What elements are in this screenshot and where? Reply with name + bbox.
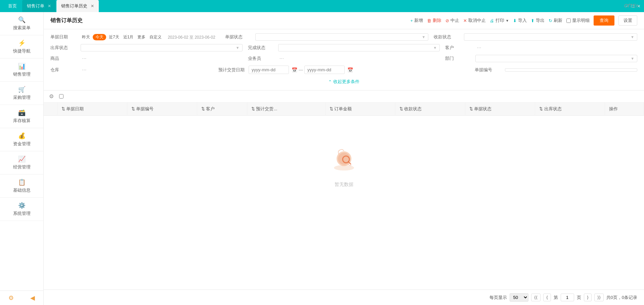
sidebar-item-system-mgmt[interactable]: ⚙️ 系统管理	[0, 198, 43, 221]
th-amount[interactable]: ⇅ 订单金额	[325, 103, 395, 116]
th-delivery-status[interactable]: ⇅ 出库状态	[535, 103, 605, 116]
th-date[interactable]: ⇅ 单据日期	[57, 103, 127, 116]
sidebar-item-sales-mgmt[interactable]: 📊 销售管理	[0, 59, 43, 82]
stop-button[interactable]: ⊘ 中止	[445, 17, 459, 24]
sidebar-item-inventory-calc[interactable]: 🗃️ 库存核算	[0, 105, 43, 128]
sales-order-tab-close[interactable]: ✕	[48, 4, 51, 8]
page-input[interactable]	[561, 294, 574, 301]
page-word-label: 第	[554, 295, 558, 301]
print-arrow-icon: ▼	[506, 19, 509, 23]
cancel-stop-button[interactable]: ✕ 取消中止	[463, 17, 486, 24]
delete-button[interactable]: 🗑 删除	[427, 17, 441, 24]
import-button[interactable]: ⬇ 导入	[513, 17, 527, 24]
order-status-select[interactable]: ▼	[255, 33, 429, 41]
more-btn[interactable]: 更多	[136, 34, 147, 40]
tab-sales-order[interactable]: 销售订单 ✕	[22, 0, 56, 12]
dept-select[interactable]: ▼	[475, 55, 637, 62]
select-all-checkbox[interactable]	[59, 94, 63, 99]
empty-state-icon	[327, 143, 361, 176]
filter-row-1: 单据日期 昨天 今天 近7天 近1月 更多 自定义 2023-06-02 至 2…	[50, 33, 637, 41]
th-delivery-date[interactable]: ⇅ 预计交货...	[247, 103, 325, 116]
table-header-row: ⇅ 单据日期 ⇅ 单据编号 ⇅ 客户 ⇅ 预计交货... ⇅ 订单金额	[44, 103, 644, 116]
sales-order-history-tab-close[interactable]: ✕	[91, 4, 94, 8]
last7-btn[interactable]: 近7天	[108, 34, 121, 40]
finance-mgmt-icon: 💰	[18, 132, 26, 140]
date-filter-label: 单据日期	[50, 34, 81, 40]
finance-mgmt-label: 资金管理	[13, 141, 31, 147]
th-payment-status[interactable]: ⇅ 收款状态	[395, 103, 465, 116]
custom-btn[interactable]: 自定义	[148, 34, 163, 40]
payment-status-select[interactable]: ▼	[464, 33, 637, 41]
query-button[interactable]: 查询	[594, 15, 614, 26]
product-select-dots[interactable]: ···	[81, 55, 88, 62]
dept-filter-label: 部门	[445, 55, 475, 62]
table-settings-icon[interactable]: ⚙	[49, 93, 54, 100]
payment-status-arrow-icon: ▼	[631, 35, 634, 39]
refresh-button[interactable]: ↻ 刷新	[549, 17, 562, 24]
date-range-text: 2023-06-02 至 2023-06-02	[168, 35, 215, 40]
delivery-status-select[interactable]: ▼	[81, 44, 243, 51]
export-icon: ⬆	[531, 18, 534, 23]
order-status-label: 单据状态	[225, 34, 255, 40]
total-info: 共0页，0条记录	[606, 295, 637, 301]
yesterday-btn[interactable]: 昨天	[81, 34, 91, 40]
warehouse-filter-label: 仓库	[50, 67, 81, 73]
th-order-status[interactable]: ⇅ 单据状态	[465, 103, 535, 116]
collapse-label: 收起更多条件	[333, 79, 359, 85]
th-order-status-label: ⇅ 单据状态	[469, 106, 492, 111]
print-icon: 🖨	[490, 18, 494, 23]
th-date-label: ⇅ 单据日期	[61, 106, 84, 111]
date-filter-value: 昨天 今天 近7天 近1月 更多 自定义 2023-06-02 至 2023-0…	[81, 34, 225, 40]
page-size-select[interactable]: 50 10 20 100	[510, 293, 528, 302]
sidebar-item-purchase-mgmt[interactable]: 🛒 采购管理	[0, 82, 43, 105]
next-page-button[interactable]: ⟩	[584, 294, 592, 301]
brand-watermark: OfTEn	[619, 0, 644, 11]
th-customer-label: ⇅ 客户	[201, 106, 215, 111]
tab-sales-order-history[interactable]: 销售订单历史 ✕	[56, 0, 99, 12]
th-order-no[interactable]: ⇅ 单据编号	[127, 103, 197, 116]
display-toggle-checkbox[interactable]	[566, 18, 571, 23]
last-page-button[interactable]: ⟩⟩	[594, 294, 604, 301]
last1m-btn[interactable]: 近1月	[122, 34, 135, 40]
new-button[interactable]: + 新增	[411, 17, 423, 24]
order-no-filter-label: 单据编号	[475, 67, 505, 73]
tab-home[interactable]: 首页	[3, 0, 22, 12]
sales-order-history-tab-label: 销售订单历史	[61, 3, 87, 9]
sidebar-item-search-menu[interactable]: 🔍 搜索菜单	[0, 12, 43, 35]
prev-page-button[interactable]: ⟨	[543, 294, 551, 301]
ops-mgmt-icon: 📈	[18, 155, 26, 163]
delivery-status-label: 出库状态	[50, 45, 81, 51]
empty-state: 暂无数据	[44, 116, 644, 215]
delivery-date-start-calendar-icon[interactable]: 📅	[292, 67, 297, 73]
settings-button[interactable]: 设置	[618, 15, 637, 26]
customer-select-dots[interactable]: ···	[475, 45, 482, 51]
warehouse-select-dots[interactable]: ···	[81, 67, 88, 73]
today-btn[interactable]: 今天	[93, 34, 106, 40]
date-quick-buttons: 昨天 今天 近7天 近1月 更多 自定义	[81, 34, 163, 40]
sidebar-item-finance-mgmt[interactable]: 💰 资金管理	[0, 128, 43, 151]
sales-order-tab-label: 销售订单	[27, 3, 44, 9]
import-label: 导入	[518, 17, 527, 24]
sidebar-item-ops-mgmt[interactable]: 📈 经营管理	[0, 151, 43, 175]
cancel-stop-icon: ✕	[463, 18, 467, 23]
delivery-date-end-input[interactable]	[304, 66, 345, 74]
th-order-no-label: ⇅ 单据编号	[131, 106, 154, 111]
sidebar-settings-icon[interactable]: ⚙	[8, 294, 14, 302]
first-page-button[interactable]: ⟨⟨	[531, 294, 541, 301]
salesman-select-dots[interactable]: ···	[278, 55, 285, 62]
print-button[interactable]: 🖨 打印 ▼	[490, 17, 509, 24]
quick-nav-icon: ⚡	[18, 39, 26, 47]
th-customer[interactable]: ⇅ 客户	[197, 103, 247, 116]
delivery-date-end-calendar-icon[interactable]: 📅	[347, 67, 353, 73]
sidebar-item-basic-info[interactable]: 📋 基础信息	[0, 175, 43, 198]
sidebar-bottom: ⚙ ◀	[0, 291, 43, 305]
complete-status-select[interactable]: ▼	[278, 44, 440, 51]
sales-mgmt-label: 销售管理	[13, 71, 31, 77]
delivery-date-start-input[interactable]	[249, 66, 289, 74]
th-action: 操作	[605, 103, 644, 116]
export-button[interactable]: ⬆ 导出	[531, 17, 545, 24]
sidebar-item-quick-nav[interactable]: ⚡ 快捷导航	[0, 35, 43, 59]
order-no-input[interactable]	[505, 68, 637, 72]
collapse-button[interactable]: ⌃ 收起更多条件	[50, 77, 637, 86]
sidebar-collapse-icon[interactable]: ◀	[30, 294, 35, 302]
